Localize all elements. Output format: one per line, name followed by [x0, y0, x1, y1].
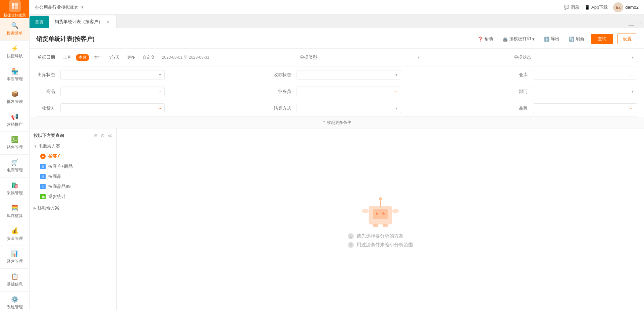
- svg-point-9: [377, 212, 378, 213]
- app-download-button[interactable]: 📱 App下载: [585, 4, 608, 10]
- help-label: 帮助: [484, 36, 493, 42]
- receiver-field[interactable]: ···: [60, 103, 165, 113]
- scheme-item-by-customer[interactable]: ● 按客户: [30, 151, 116, 161]
- salesperson-dots: ···: [394, 89, 397, 94]
- scheme-panel-title: 按以下方案查询: [34, 133, 64, 139]
- tab-home-label: 首页: [35, 19, 44, 25]
- query-button[interactable]: 查询: [591, 34, 613, 44]
- date-tab-custom[interactable]: 自定义: [140, 54, 157, 61]
- dept-select[interactable]: ▾: [533, 87, 637, 96]
- page-header: 销货单统计表(按客户) ❓ 帮助 🖨️ 按模板打印 ▾ ⬇️ 导出 🔄 刷新: [30, 28, 644, 49]
- help-icon: ❓: [478, 37, 483, 42]
- receiver-label: 收货人: [36, 105, 55, 111]
- scheme-item-by-customer-goods[interactable]: ⊞ 按客户+商品: [30, 161, 116, 171]
- date-tab-7days[interactable]: 近7天: [107, 54, 122, 61]
- sidebar-item-search[interactable]: 🔍 搜索菜单: [0, 18, 30, 41]
- sidebar-item-quicknav[interactable]: ⚡ 快捷导航: [0, 41, 30, 63]
- sidebar-item-basic[interactable]: 📋 基础信息: [0, 269, 30, 292]
- hint-num-2: 2: [348, 242, 354, 248]
- goods-field[interactable]: ···: [60, 87, 165, 96]
- date-tab-thismonth[interactable]: 本月: [76, 54, 89, 61]
- scheme-group-mobile-arrow: ▶: [34, 206, 36, 210]
- inventory-icon: 🧮: [1, 204, 28, 212]
- scheme-group-desktop-label: 电脑端方案: [39, 143, 60, 149]
- date-tab-thisyear[interactable]: 本年: [91, 54, 105, 61]
- avatar: Ea: [613, 2, 623, 12]
- sidebar-item-label: 资金管理: [1, 236, 28, 242]
- maximize-icon[interactable]: ⛶: [637, 22, 641, 28]
- add-scheme-icon[interactable]: ⊕: [94, 133, 98, 138]
- order-status-select[interactable]: ▾: [537, 53, 637, 62]
- scheme-item-return-stat[interactable]: ▦ 退货统计: [30, 192, 116, 202]
- settings-button[interactable]: 设置: [617, 34, 637, 44]
- sidebar-item-wholesale[interactable]: 📦 批发管理: [0, 86, 30, 109]
- purchase-icon: 🛍️: [1, 182, 28, 189]
- svg-rect-1: [15, 3, 18, 6]
- sidebar-item-system[interactable]: ⚙️ 系统管理: [0, 292, 30, 310]
- scheme-item-icon-return-stat: ▦: [40, 194, 46, 199]
- export-label: 导出: [551, 36, 559, 42]
- message-button[interactable]: 💬 消息: [564, 4, 579, 10]
- empty-hints: 1 请先选择要分析的方案 2 用过滤条件来缩小分析范围: [348, 233, 413, 248]
- scheme-item-by-goods[interactable]: ⊞ 按商品: [30, 171, 116, 182]
- filter-row-1: 单据日期 上月 本月 本年 近7天 更多 自定义 2023-03-01 至 20…: [36, 53, 637, 66]
- tab-bar: 首页 销货单统计表（按客户） ✕ — ⛶: [30, 15, 644, 28]
- settings-scheme-icon[interactable]: ⊙: [101, 133, 105, 138]
- sidebar-item-label: 系统管理: [1, 304, 28, 310]
- receive-status-select[interactable]: ▾: [297, 70, 401, 80]
- sidebar-item-marketing[interactable]: 📢 营销推广: [0, 109, 30, 132]
- refresh-button[interactable]: 🔄 刷新: [566, 35, 587, 43]
- sidebar-item-purchase[interactable]: 🛍️ 采购管理: [0, 177, 30, 200]
- logo[interactable]: 畅捷信好生意: [0, 0, 30, 18]
- export-button[interactable]: ⬇️ 导出: [541, 35, 562, 43]
- warehouse-field[interactable]: ···: [533, 70, 637, 80]
- tab-sales-stat[interactable]: 销货单统计表（按客户） ✕: [49, 15, 116, 28]
- svg-point-10: [384, 212, 385, 213]
- help-button[interactable]: ❓ 帮助: [475, 35, 496, 43]
- scheme-item-by-goods-99[interactable]: ⊞ 按商品品99: [30, 182, 116, 192]
- retail-icon: 🏪: [1, 67, 28, 75]
- salesperson-field[interactable]: ···: [297, 87, 401, 96]
- logo-icon: [9, 0, 21, 12]
- svg-point-12: [379, 197, 382, 201]
- basic-icon: 📋: [1, 273, 28, 280]
- receive-status-label: 收款状态: [272, 72, 291, 78]
- order-type-select[interactable]: ▾: [323, 53, 423, 62]
- scheme-group-mobile: ▶ 移动端方案: [30, 203, 116, 213]
- date-tab-more[interactable]: 更多: [124, 54, 138, 61]
- date-tab-lastmonth[interactable]: 上月: [60, 54, 74, 61]
- svg-rect-13: [362, 209, 369, 213]
- scheme-group-mobile-header[interactable]: ▶ 移动端方案: [30, 203, 116, 213]
- sidebar-item-sales[interactable]: 💹 销售管理: [0, 132, 30, 155]
- tab-close-icon[interactable]: ✕: [105, 19, 111, 24]
- sidebar-item-ecommerce[interactable]: 🛒 电商管理: [0, 155, 30, 177]
- user-menu[interactable]: Ea demo2: [613, 2, 639, 12]
- right-panel: 1 请先选择要分析的方案 2 用过滤条件来缩小分析范围: [117, 128, 644, 310]
- sidebar-item-inventory[interactable]: 🧮 库存核算: [0, 200, 30, 223]
- scheme-item-label: 按商品品99: [48, 184, 70, 190]
- filter-row-4: 收货人 ··· 结算方式 ▾ 品牌 ···: [36, 100, 637, 117]
- sidebar-item-finance[interactable]: 💰 资金管理: [0, 223, 30, 246]
- scheme-group-desktop-header[interactable]: ▼ 电脑端方案: [30, 141, 116, 151]
- collapse-bar[interactable]: ⌃ 收起更多条件: [30, 117, 644, 128]
- sidebar-item-ops[interactable]: 📊 经营管理: [0, 246, 30, 269]
- empty-illustration: [360, 191, 400, 228]
- sidebar-item-retail[interactable]: 🏪 零售管理: [0, 63, 30, 86]
- collapse-scheme-icon[interactable]: ≪: [107, 133, 112, 138]
- dept-label: 部门: [509, 89, 528, 95]
- empty-robot-svg: [360, 191, 400, 228]
- svg-rect-6: [373, 209, 388, 219]
- brand-field[interactable]: ···: [533, 103, 637, 113]
- template-print-button[interactable]: 🖨️ 按模板打印 ▾: [500, 35, 537, 43]
- order-type-label: 单据类型: [299, 54, 317, 60]
- out-status-chevron: ▾: [159, 72, 161, 77]
- out-status-select[interactable]: ▾: [60, 70, 165, 80]
- print-dropdown-icon: ▾: [532, 37, 535, 42]
- settlement-chevron: ▾: [395, 106, 397, 111]
- main-area: 办公用品行业模拟账套 ▾ 💬 消息 📱 App下载 Ea demo2 首页: [30, 0, 644, 310]
- minimize-icon[interactable]: —: [629, 22, 634, 28]
- settlement-select[interactable]: ▾: [297, 104, 401, 113]
- user-name: demo2: [625, 5, 639, 10]
- scheme-item-label: 按客户+商品: [48, 163, 73, 169]
- tab-home[interactable]: 首页: [30, 16, 49, 28]
